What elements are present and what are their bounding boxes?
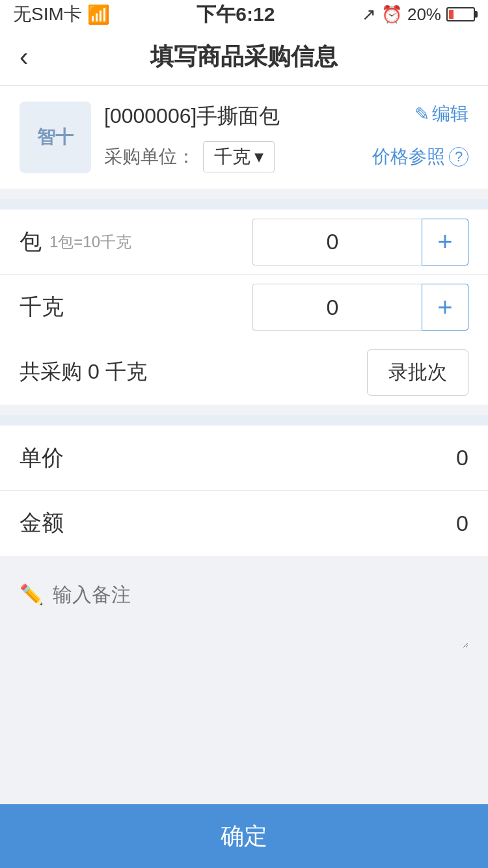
product-card: 智十 [0000006]手撕面包 ✎ 编辑 采购单位： 千克 ▾ 价格参照 ? (0, 86, 488, 189)
amount-label: 金额 (20, 508, 64, 538)
kg-quantity-input[interactable] (252, 284, 422, 331)
status-left: 无SIM卡 📶 (13, 2, 110, 27)
bag-quantity-input[interactable] (252, 219, 422, 265)
kg-input-row: 千克 + (0, 275, 488, 340)
price-ref-label: 价格参照 (372, 144, 445, 169)
kg-input-control: + (252, 284, 468, 331)
bag-input-control: + (252, 219, 468, 265)
separator-2 (0, 415, 488, 426)
alarm-icon: ⏰ (381, 5, 402, 25)
bag-label: 包 1包=10千克 (20, 227, 131, 257)
battery-text: 20% (407, 5, 441, 25)
edit-button[interactable]: ✎ 编辑 (414, 102, 468, 126)
product-name: [0000006]手撕面包 (104, 102, 280, 131)
unit-price-value: 0 (456, 445, 468, 470)
summary-text: 共采购 0 千克 (20, 358, 147, 387)
back-button[interactable]: ‹ (13, 36, 34, 78)
amount-value: 0 (456, 511, 468, 536)
wifi-icon: 📶 (87, 4, 110, 25)
unit-drop-icon: ▾ (254, 146, 264, 167)
record-batch-button[interactable]: 录批次 (367, 349, 468, 396)
price-section: 单价 0 金额 0 (0, 426, 488, 556)
bag-sublabel: 1包=10千克 (49, 232, 131, 252)
unit-selector[interactable]: 千克 ▾ (203, 141, 275, 172)
nav-bar: ‹ 填写商品采购信息 (0, 29, 488, 86)
product-info: [0000006]手撕面包 ✎ 编辑 采购单位： 千克 ▾ 价格参照 ? (104, 102, 468, 172)
battery-icon (446, 7, 475, 21)
status-right: ↗ ⏰ 20% (362, 5, 475, 25)
kg-label: 千克 (20, 292, 64, 322)
bag-input-row: 包 1包=10千克 + (0, 210, 488, 275)
unit-value: 千克 (214, 144, 251, 169)
pencil-icon: ✏️ (20, 583, 44, 606)
status-bar: 无SIM卡 📶 下午6:12 ↗ ⏰ 20% (0, 0, 488, 29)
kg-plus-button[interactable]: + (422, 284, 468, 331)
unit-price-label: 单价 (20, 443, 64, 473)
amount-row: 金额 0 (0, 491, 488, 556)
status-time: 下午6:12 (197, 1, 275, 28)
price-ref-icon: ? (449, 147, 468, 167)
location-icon: ↗ (362, 5, 376, 25)
purchase-unit-label: 采购单位： (104, 144, 195, 169)
edit-label: 编辑 (432, 102, 468, 126)
notes-input[interactable] (53, 582, 468, 648)
unit-price-row: 单价 0 (0, 426, 488, 491)
purchase-unit: 采购单位： 千克 ▾ (104, 141, 275, 172)
product-meta: 采购单位： 千克 ▾ 价格参照 ? (104, 141, 468, 172)
carrier-text: 无SIM卡 (13, 2, 82, 27)
product-image: 智十 (20, 102, 91, 173)
summary-row: 共采购 0 千克 录批次 (0, 340, 488, 405)
price-ref-button[interactable]: 价格参照 ? (372, 144, 468, 169)
bag-plus-button[interactable]: + (422, 219, 468, 265)
separator-1 (0, 199, 488, 210)
edit-icon: ✎ (414, 103, 429, 125)
input-section: 包 1包=10千克 + 千克 + (0, 210, 488, 340)
notes-section[interactable]: ✏️ (0, 566, 488, 696)
product-header: [0000006]手撕面包 ✎ 编辑 (104, 102, 468, 131)
page-title: 填写商品采购信息 (150, 41, 338, 73)
confirm-button[interactable]: 确定 (0, 804, 488, 868)
